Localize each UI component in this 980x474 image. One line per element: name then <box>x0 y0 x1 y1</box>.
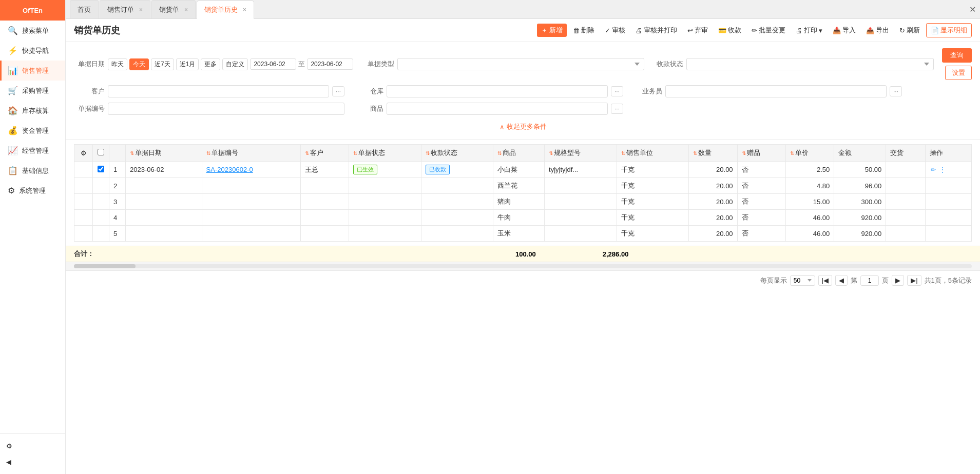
delete-button[interactable]: 🗑 删除 <box>569 24 599 37</box>
th-spec[interactable]: ⇅规格型号 <box>545 145 617 162</box>
doc-type-select[interactable] <box>397 58 645 70</box>
date-7days[interactable]: 近7天 <box>151 58 174 70</box>
more-action-btn[interactable]: ⋮ <box>938 166 947 173</box>
next-page-btn[interactable]: ▶ <box>892 275 904 286</box>
td-settings <box>74 194 93 210</box>
scrollbar-area[interactable] <box>66 262 980 270</box>
discard-button[interactable]: ↩ 弃审 <box>683 24 712 37</box>
collapse-filter-btn[interactable]: ∧ 收起更多条件 <box>74 120 972 133</box>
th-checkbox <box>93 145 109 162</box>
tab-sales-history-label: 销货单历史 <box>204 5 238 14</box>
sidebar-item-quick-nav[interactable]: ⚡ 快捷导航 <box>0 41 65 61</box>
sidebar-item-purchase-mgmt[interactable]: 🛒 采购管理 <box>0 81 65 101</box>
tab-sales-goods-close[interactable]: × <box>184 6 188 13</box>
edit-action-btn[interactable]: ✏ <box>930 166 937 173</box>
sidebar-item-label: 库存核算 <box>22 106 49 115</box>
th-customer[interactable]: ⇅客户 <box>300 145 349 162</box>
sidebar-item-label: 采购管理 <box>22 86 49 95</box>
filter-row-3: 单据编号 商品 ··· <box>74 103 972 115</box>
tab-sales-order-close[interactable]: × <box>139 6 143 13</box>
td-checkbox[interactable] <box>93 178 109 194</box>
query-button[interactable]: 查询 <box>942 48 972 63</box>
th-doc-no[interactable]: ⇅单据编号 <box>202 145 300 162</box>
select-all-checkbox[interactable] <box>98 149 104 155</box>
th-unit[interactable]: ⇅销售单位 <box>617 145 689 162</box>
date-more[interactable]: 更多 <box>201 58 220 70</box>
th-settings[interactable]: ⚙ <box>74 145 93 162</box>
sidebar-item-operations[interactable]: 📈 经营管理 <box>0 141 65 161</box>
sidebar-item-search-menu[interactable]: 🔍 搜索菜单 <box>0 21 65 41</box>
audit-button[interactable]: ✓ 审核 <box>601 24 629 37</box>
customer-select-btn[interactable]: ··· <box>332 86 344 96</box>
import-button[interactable]: 📥 导入 <box>829 24 860 37</box>
sidebar-item-system-mgmt[interactable]: ⚙ 系统管理 <box>0 181 65 201</box>
sidebar-item-basic-info[interactable]: 📋 基础信息 <box>0 161 65 181</box>
sidebar-settings[interactable]: ⚙ <box>0 438 65 454</box>
print-button[interactable]: 🖨 打印 ▾ <box>792 24 827 37</box>
goods-select-btn[interactable]: ··· <box>611 104 623 114</box>
last-page-btn[interactable]: ▶| <box>907 275 921 286</box>
tab-sales-goods[interactable]: 销货单 × <box>151 0 196 18</box>
td-action <box>925 178 971 194</box>
date-yesterday[interactable]: 昨天 <box>108 58 127 70</box>
date-to-input[interactable] <box>307 58 353 70</box>
tab-home[interactable]: 首页 <box>70 0 99 18</box>
td-checkbox[interactable] <box>93 210 109 226</box>
date-today[interactable]: 今天 <box>129 58 149 70</box>
th-unit-price[interactable]: ⇅单价 <box>785 145 834 162</box>
td-doc-status <box>349 178 421 194</box>
date-1month[interactable]: 近1月 <box>176 58 199 70</box>
td-checkbox[interactable] <box>93 226 109 242</box>
tab-sales-history[interactable]: 销货单历史 × <box>197 1 254 19</box>
refresh-button[interactable]: ↻ 刷新 <box>895 24 924 37</box>
th-doc-date[interactable]: ⇅单据日期 <box>126 145 202 162</box>
customer-input[interactable] <box>108 85 329 97</box>
th-qty[interactable]: ⇅数量 <box>689 145 737 162</box>
set-button[interactable]: 设置 <box>945 66 972 80</box>
goods-field: 商品 ··· <box>353 103 623 115</box>
th-collect-status[interactable]: ⇅收款状态 <box>421 145 493 162</box>
th-doc-status[interactable]: ⇅单据状态 <box>349 145 421 162</box>
page-input[interactable] <box>860 275 879 286</box>
tab-sales-history-close[interactable]: × <box>243 6 246 13</box>
batch-change-button[interactable]: ✏ 批量变更 <box>747 24 790 37</box>
scrollbar-track[interactable] <box>74 264 972 268</box>
td-doc-date <box>126 194 202 210</box>
collect-status-select[interactable] <box>686 58 934 70</box>
page-size-select[interactable]: 20 50 100 200 <box>790 275 815 286</box>
date-custom[interactable]: 自定义 <box>222 58 248 70</box>
th-gift[interactable]: ⇅赠品 <box>737 145 785 162</box>
doc-no-link[interactable]: SA-20230602-0 <box>206 166 253 173</box>
sidebar-item-label: 销售管理 <box>22 66 49 75</box>
collect-button[interactable]: 💳 收款 <box>714 24 745 37</box>
prev-page-btn[interactable]: ◀ <box>835 275 848 286</box>
warehouse-select-btn[interactable]: ··· <box>611 86 623 96</box>
date-from-input[interactable] <box>250 58 296 70</box>
td-checkbox[interactable] <box>93 162 109 178</box>
doc-no-input[interactable] <box>108 103 344 115</box>
td-trade <box>886 194 926 210</box>
td-doc-date: 2023-06-02 <box>126 162 202 178</box>
print-dropdown-icon: ▾ <box>819 27 822 34</box>
audit-print-button[interactable]: 🖨 审核并打印 <box>631 24 681 37</box>
salesperson-select-btn[interactable]: ··· <box>890 86 902 96</box>
window-close-button[interactable]: ✕ <box>969 5 976 14</box>
th-goods[interactable]: ⇅商品 <box>493 145 545 162</box>
new-button[interactable]: ＋ 新增 <box>537 24 567 37</box>
row-checkbox[interactable] <box>98 166 104 172</box>
tab-sales-order[interactable]: 销售订单 × <box>100 0 150 18</box>
salesperson-input[interactable] <box>665 85 887 97</box>
warehouse-input[interactable] <box>387 85 608 97</box>
sidebar-item-inventory[interactable]: 🏠 库存核算 <box>0 101 65 121</box>
sidebar-item-sales-mgmt[interactable]: 📊 销售管理 <box>0 61 65 81</box>
warehouse-label: 仓库 <box>353 87 383 96</box>
customer-field: 客户 ··· <box>74 85 344 97</box>
export-button[interactable]: 📤 导出 <box>862 24 893 37</box>
show-detail-button[interactable]: 📄 显示明细 <box>926 23 972 37</box>
td-checkbox[interactable] <box>93 194 109 210</box>
sidebar-item-finance[interactable]: 💰 资金管理 <box>0 121 65 141</box>
sidebar-collapse[interactable]: ◀ <box>0 454 65 470</box>
goods-input[interactable] <box>387 103 608 115</box>
scrollbar-thumb[interactable] <box>74 264 136 268</box>
first-page-btn[interactable]: |◀ <box>818 275 832 286</box>
